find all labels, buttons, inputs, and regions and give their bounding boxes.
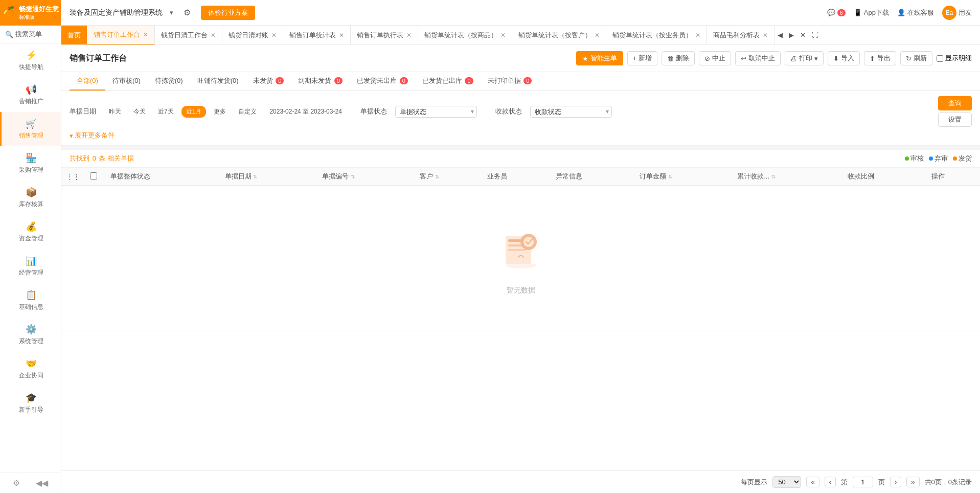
next-page-button[interactable]: › xyxy=(890,477,901,487)
cash-daily-tab-close[interactable]: ✕ xyxy=(211,32,216,39)
product-margin-tab-close[interactable]: ✕ xyxy=(763,32,768,39)
cancel-suspend-button[interactable]: ↩ 取消中止 xyxy=(735,51,781,65)
industry-solution-button[interactable]: 体验行业方案 xyxy=(201,6,255,20)
import-button[interactable]: ⬇ 导入 xyxy=(828,51,860,65)
sidebar-search[interactable]: 🔍 搜索菜单 xyxy=(0,26,61,43)
date-btn-yesterday[interactable]: 昨天 xyxy=(104,106,126,118)
date-btn-custom[interactable]: 自定义 xyxy=(234,106,261,118)
sidebar-item-sales[interactable]: 🛒 销售管理 xyxy=(0,112,61,146)
query-button[interactable]: 查询 xyxy=(938,96,972,110)
tab-sales-summary-product[interactable]: 销货单统计表（按商品） ✕ xyxy=(418,26,512,45)
tab-product-margin[interactable]: 商品毛利分析表 ✕ xyxy=(707,26,774,45)
tab-nav-next[interactable]: ▶ xyxy=(786,26,797,45)
suspend-button[interactable]: ⊘ 中止 xyxy=(699,51,731,65)
tab-fullscreen[interactable]: ⛶ xyxy=(809,26,822,45)
sales-summary-product-tab-close[interactable]: ✕ xyxy=(500,32,506,39)
online-service[interactable]: 👤 在线客服 xyxy=(897,8,934,17)
sales-summary-customer-tab-close[interactable]: ✕ xyxy=(595,32,600,39)
sidebar-item-operations[interactable]: 📊 经营管理 xyxy=(0,249,61,283)
tab-close-all[interactable]: ✕ xyxy=(797,26,809,45)
show-detail-checkbox[interactable] xyxy=(937,55,943,62)
tab-sales-stats[interactable]: 销售订单统计表 ✕ xyxy=(283,26,351,45)
sub-tab-overdue-unshipped[interactable]: 到期未发货 0 xyxy=(291,72,350,91)
sub-tab-wangpu[interactable]: 旺铺待发货(0) xyxy=(190,72,246,91)
tab-cash-reconcile[interactable]: 钱货日清对账 ✕ xyxy=(222,26,283,45)
date-btn-more[interactable]: 更多 xyxy=(209,106,231,118)
add-button[interactable]: + 新增 xyxy=(627,51,657,65)
tab-nav-prev[interactable]: ◀ xyxy=(774,26,786,45)
message-center[interactable]: 💬 6 xyxy=(827,9,846,16)
tab-sales-summary-customer[interactable]: 销货单统计表（按客户） ✕ xyxy=(512,26,606,45)
sidebar-item-purchase[interactable]: 🏪 采购管理 xyxy=(0,146,61,181)
tab-cash-daily[interactable]: 钱货日清工作台 ✕ xyxy=(155,26,222,45)
app-download[interactable]: 📱 App下载 xyxy=(854,8,889,17)
sales-order-tab-close[interactable]: ✕ xyxy=(143,31,148,38)
col-customer[interactable]: 客户 ⇅ xyxy=(415,168,482,186)
sub-tab-all[interactable]: 全部(0) xyxy=(70,72,105,91)
delete-label: 删除 xyxy=(676,54,689,63)
collapse-icon[interactable]: ◀◀ xyxy=(36,478,48,488)
col-amount[interactable]: 订单金额 ⇅ xyxy=(634,168,732,186)
user-info[interactable]: Ea 用友 xyxy=(942,6,972,20)
sales-summary-staff-tab-close[interactable]: ✕ xyxy=(695,32,700,39)
review-action[interactable]: 审核 xyxy=(905,154,924,163)
last-page-button[interactable]: » xyxy=(906,477,919,487)
sidebar-item-finance[interactable]: 💰 资金管理 xyxy=(0,215,61,249)
col-number[interactable]: 单据编号 ⇅ xyxy=(317,168,415,186)
tab-sales-order[interactable]: 销售订单工作台 ✕ xyxy=(87,26,155,45)
first-page-button[interactable]: « xyxy=(806,477,819,487)
ship-action[interactable]: 发货 xyxy=(953,154,972,163)
tab-sales-exec[interactable]: 销售订单执行表 ✕ xyxy=(351,26,418,45)
col-collected[interactable]: 累计收款... ⇅ xyxy=(732,168,842,186)
export-button[interactable]: ⬆ 导出 xyxy=(864,51,896,65)
sidebar-item-enterprise[interactable]: 🤝 企业协同 xyxy=(0,352,61,386)
col-customer-sort[interactable]: ⇅ xyxy=(435,174,439,180)
date-btn-1month[interactable]: 近1月 xyxy=(181,106,207,118)
settings-icon[interactable]: ⚙ xyxy=(13,478,20,488)
payment-select[interactable]: 收款状态 xyxy=(530,106,612,118)
select-all-checkbox[interactable] xyxy=(90,172,97,180)
sidebar-item-marketing[interactable]: 📢 营销推广 xyxy=(0,78,61,112)
sub-tab-not-shipped[interactable]: 未发货 0 xyxy=(246,72,291,91)
col-date-sort[interactable]: ⇅ xyxy=(253,174,257,180)
col-checkbox[interactable] xyxy=(85,168,105,186)
col-date[interactable]: 单据日期 ⇅ xyxy=(220,168,317,186)
set-button[interactable]: 设置 xyxy=(938,113,972,127)
sub-tab-pending-pickup[interactable]: 待拣货(0) xyxy=(148,72,190,91)
refresh-button[interactable]: ↻ 刷新 xyxy=(900,51,932,65)
print-button[interactable]: 🖨 打印 ▾ xyxy=(785,51,824,65)
sales-stats-tab-close[interactable]: ✕ xyxy=(339,32,344,39)
sub-tab-pending-review[interactable]: 待审核(0) xyxy=(105,72,148,91)
tab-sales-summary-staff[interactable]: 销货单统计表（按业务员） ✕ xyxy=(606,26,707,45)
logo-text: 畅捷通好生意 xyxy=(19,5,59,14)
cash-reconcile-tab-close[interactable]: ✕ xyxy=(271,32,277,39)
sidebar-item-basic[interactable]: 📋 基础信息 xyxy=(0,283,61,318)
date-btn-today[interactable]: 今天 xyxy=(129,106,150,118)
topbar-settings-icon[interactable]: ⚙ xyxy=(184,8,191,17)
sidebar-item-quick-nav[interactable]: ⚡ 快捷导航 xyxy=(0,43,61,78)
expand-more-button[interactable]: ▾ 展开更多条件 xyxy=(70,131,115,140)
col-amount-sort[interactable]: ⇅ xyxy=(668,174,672,180)
sales-exec-tab-close[interactable]: ✕ xyxy=(406,32,412,39)
delete-button[interactable]: 🗑 删除 xyxy=(662,51,695,65)
total-pages-info: 共0页，0条记录 xyxy=(925,478,972,487)
date-btn-7days[interactable]: 近7天 xyxy=(153,106,178,118)
tab-home[interactable]: 首页 xyxy=(61,26,87,45)
sidebar-item-system[interactable]: ⚙️ 系统管理 xyxy=(0,318,61,352)
topbar-dropdown-icon[interactable]: ▾ xyxy=(170,9,173,16)
sub-tab-shipped-out[interactable]: 已发货已出库 0 xyxy=(415,72,481,91)
prev-page-button[interactable]: ‹ xyxy=(825,477,836,487)
col-number-sort[interactable]: ⇅ xyxy=(351,174,355,180)
show-detail-toggle[interactable]: 显示明细 xyxy=(937,54,972,63)
cancel-review-action[interactable]: 弃审 xyxy=(929,154,948,163)
status-select[interactable]: 单据状态 xyxy=(395,106,477,118)
col-staff[interactable]: 业务员 xyxy=(482,168,551,186)
smart-create-button[interactable]: ★ 智能生单 xyxy=(576,51,623,65)
col-collected-sort[interactable]: ⇅ xyxy=(771,174,776,180)
per-page-select[interactable]: 50 10 20 100 xyxy=(772,476,801,488)
sub-tab-not-printed[interactable]: 未打印单据 0 xyxy=(481,72,539,91)
sidebar-item-guide[interactable]: 🎓 新手引导 xyxy=(0,386,61,420)
page-input[interactable] xyxy=(853,477,873,487)
sidebar-item-inventory[interactable]: 📦 库存核算 xyxy=(0,181,61,215)
sub-tab-shipped-not-out[interactable]: 已发货未出库 0 xyxy=(350,72,415,91)
